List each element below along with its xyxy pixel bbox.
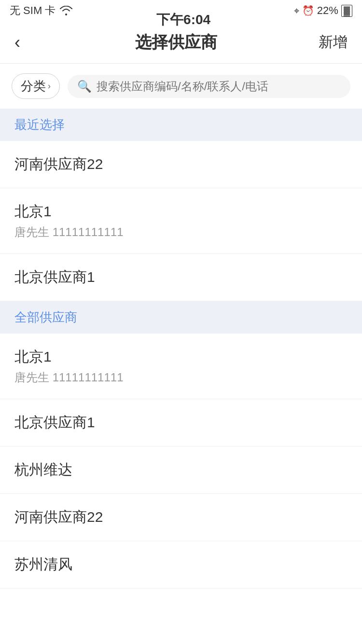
item-sub: 唐先生 11111111111 bbox=[14, 224, 348, 240]
list-item[interactable]: 北京1 唐先生 11111111111 bbox=[0, 334, 362, 399]
recent-section-title: 最近选择 bbox=[14, 117, 65, 132]
list-item[interactable]: 河南供应商22 bbox=[0, 494, 362, 541]
chevron-right-icon: › bbox=[48, 81, 51, 91]
all-section-header: 全部供应商 bbox=[0, 301, 362, 334]
back-button[interactable]: ‹ bbox=[14, 32, 43, 53]
category-label: 分类 bbox=[21, 78, 46, 95]
category-filter[interactable]: 分类 › bbox=[12, 73, 60, 99]
item-name: 苏州清风 bbox=[14, 555, 348, 574]
page-title: 选择供应商 bbox=[135, 31, 217, 54]
all-items-list: 北京1 唐先生 11111111111 北京供应商1 杭州维达 河南供应商22 … bbox=[0, 334, 362, 588]
list-item[interactable]: 北京供应商1 bbox=[0, 254, 362, 301]
item-name: 北京1 bbox=[14, 202, 348, 222]
item-name: 河南供应商22 bbox=[14, 154, 348, 174]
add-button[interactable]: 新增 bbox=[309, 32, 348, 52]
item-name: 北京供应商1 bbox=[14, 267, 348, 287]
sim-status: 无 SIM 卡 bbox=[10, 3, 56, 18]
status-left: 无 SIM 卡 bbox=[10, 3, 73, 18]
list-item[interactable]: 杭州维达 bbox=[0, 447, 362, 494]
recent-items-list: 河南供应商22 北京1 唐先生 11111111111 北京供应商1 bbox=[0, 141, 362, 301]
filter-bar: 分类 › 🔍 bbox=[0, 64, 362, 109]
item-name: 北京1 bbox=[14, 347, 348, 367]
list-item[interactable]: 苏州清风 bbox=[0, 541, 362, 588]
search-icon: 🔍 bbox=[77, 80, 92, 93]
item-sub: 唐先生 11111111111 bbox=[14, 370, 348, 385]
location-icon: ⌖ bbox=[294, 5, 299, 16]
battery-text: 22% bbox=[317, 4, 338, 17]
search-input[interactable] bbox=[97, 80, 341, 93]
status-bar: 无 SIM 卡 下午6:04 ⌖ ⏰ 22% ▓ bbox=[0, 0, 362, 21]
all-section-title: 全部供应商 bbox=[14, 310, 77, 324]
item-name: 杭州维达 bbox=[14, 460, 348, 480]
item-name: 河南供应商22 bbox=[14, 507, 348, 527]
battery-icon: ▓ bbox=[341, 5, 352, 17]
status-right: ⌖ ⏰ 22% ▓ bbox=[294, 4, 352, 17]
item-name: 北京供应商1 bbox=[14, 413, 348, 433]
alarm-icon: ⏰ bbox=[302, 5, 314, 16]
status-time: 下午6:04 bbox=[156, 11, 210, 29]
list-item[interactable]: 北京供应商1 bbox=[0, 399, 362, 447]
list-item[interactable]: 河南供应商22 bbox=[0, 141, 362, 188]
wifi-icon bbox=[59, 6, 73, 15]
recent-section-header: 最近选择 bbox=[0, 109, 362, 141]
list-item[interactable]: 北京1 唐先生 11111111111 bbox=[0, 188, 362, 254]
search-box[interactable]: 🔍 bbox=[68, 75, 350, 98]
